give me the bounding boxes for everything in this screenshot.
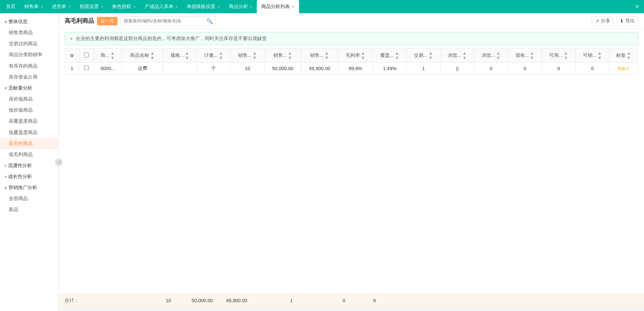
col-header-tag[interactable]: 标签▲▼ — [609, 48, 638, 63]
date-filter-button[interactable]: 近一月 — [97, 17, 118, 25]
nav-item-商品分析[interactable]: 商品分析× — [224, 0, 257, 13]
row-sales-amt: 50,000.00 — [265, 63, 301, 74]
info-text: 企业的主要的利润都是这部分商品创造的，可考虑加大推广，同时关注库存是不要出现缺货 — [76, 35, 267, 42]
col-header-code[interactable]: 商...▲▼ — [94, 48, 122, 63]
nav-item-权限设置[interactable]: 权限设置× — [75, 0, 108, 13]
col-header-browse1[interactable]: 浏览...▲▼ — [440, 48, 474, 63]
share-button[interactable]: ↗ 分享 — [592, 16, 614, 26]
footer-sales-net: 49,900.00 — [226, 298, 247, 303]
search-box[interactable]: 🔍 — [120, 17, 216, 25]
col-header-unit[interactable]: 计量...▲▼ — [197, 48, 231, 63]
sort-icon: ▲▼ — [324, 51, 329, 60]
sidebar-item-交易过的商品[interactable]: 交易过的商品 — [0, 38, 58, 49]
row-code: 0000... — [94, 63, 122, 74]
row-current-stock: 0 — [508, 63, 542, 74]
sort-icon: ▲▼ — [530, 51, 535, 60]
row-transaction: 1 — [407, 63, 440, 74]
content-header: 高毛利商品 近一月 🔍 ↗ 分享 ⬇ 导出 — [59, 13, 644, 29]
nav-item-单据模板设置[interactable]: 单据模板设置× — [182, 0, 224, 13]
footer-label: 合计： — [65, 297, 79, 304]
col-header-sales_net[interactable]: 销售...▲▼ — [301, 48, 338, 63]
col-header-gross_rate[interactable]: 毛利率▲▼ — [338, 48, 373, 63]
nav-item-商品分析列表[interactable]: 商品分析列表× — [257, 0, 299, 13]
col-header-browse2[interactable]: 浏览...▲▼ — [474, 48, 508, 63]
col-header-name[interactable]: 商品名称▲▼ — [122, 48, 163, 63]
col-header-coverage[interactable]: 覆盖...▲▼ — [373, 48, 407, 63]
sidebar-group-0[interactable]: ∨ 整体信息 — [0, 16, 58, 27]
top-navigation: 首页销售单×进货单×权限设置×角色授权×产成品入库单×单据模板设置×商品分析×商… — [0, 0, 644, 13]
sidebar-item-商品分类助销率[interactable]: 商品分类助销率 — [0, 49, 58, 60]
export-button[interactable]: ⬇ 导出 — [616, 16, 638, 26]
col-header-spec[interactable]: 规格...▲▼ — [163, 48, 197, 63]
row-no: 1 — [65, 63, 79, 74]
sidebar-item-高毛利商品[interactable]: 高毛利商品 — [0, 138, 58, 149]
sidebar-group-2[interactable]: > 流通性分析 — [0, 160, 58, 171]
footer-sales-amt: 50,000.00 — [191, 298, 213, 303]
tab-close-icon[interactable]: × — [101, 4, 103, 9]
tag-badge: 高收入 — [618, 66, 630, 70]
tab-close-icon[interactable]: × — [217, 4, 220, 9]
search-icon: 🔍 — [206, 18, 213, 24]
sidebar-item-高价值商品[interactable]: 高价值商品 — [0, 94, 58, 105]
tab-close-icon[interactable]: × — [250, 4, 252, 9]
info-banner: ✦ 企业的主要的利润都是这部分商品创造的，可考虑加大推广，同时关注库存是不要出现… — [65, 32, 638, 45]
sort-icon: ▲▼ — [395, 51, 399, 60]
col-header-current_stock[interactable]: 现有...▲▼ — [508, 48, 542, 63]
col-header-sales_qty[interactable]: 销售...▲▼ — [231, 48, 265, 63]
col-header-saleable[interactable]: 可销...▲▼ — [576, 48, 609, 63]
row-saleable: 0 — [576, 63, 609, 74]
sidebar-item-销售类商品[interactable]: 销售类商品 — [0, 27, 58, 38]
browse-link[interactable]: 0 — [456, 66, 458, 71]
close-all-tabs[interactable]: × — [632, 3, 643, 10]
page-title: 高毛利商品 — [65, 17, 94, 25]
data-table: ⚙商...▲▼商品名称▲▼规格...▲▼计量...▲▼销售...▲▼销售...▲… — [65, 48, 638, 74]
row-unit: 个 — [197, 63, 231, 74]
select-all-checkbox[interactable] — [84, 53, 89, 57]
col-header-sales_amt[interactable]: 销售...▲▼ — [265, 48, 301, 63]
info-icon: ✦ — [69, 36, 73, 41]
col-header-checkbox[interactable] — [79, 48, 94, 63]
sort-icon: ▲▼ — [219, 51, 223, 60]
col-header-transaction[interactable]: 交易...▲▼ — [407, 48, 440, 63]
sidebar-item-低覆盖度商品[interactable]: 低覆盖度商品 — [0, 127, 58, 138]
arrow-icon: > — [4, 175, 7, 179]
table-row: 10000...运费个1050,000.0049,900.0099.8%1.49… — [65, 63, 638, 74]
sidebar-item-低价值商品[interactable]: 低价值商品 — [0, 105, 58, 116]
tab-close-icon[interactable]: × — [292, 4, 294, 9]
row-tag: 高收入 — [609, 63, 638, 74]
row-select-checkbox[interactable] — [84, 65, 89, 70]
sidebar-group-4[interactable]: ∨ 营销推广分析 — [0, 182, 58, 193]
row-coverage: 1.49% — [373, 63, 407, 74]
row-available: 0 — [542, 63, 576, 74]
sidebar-item-高覆盖度商品[interactable]: 高覆盖度商品 — [0, 116, 58, 127]
sidebar-item-全部商品[interactable]: 全部商品 — [0, 193, 58, 204]
nav-item-产成品入库单[interactable]: 产成品入库单× — [140, 0, 182, 13]
sidebar-item-有库存的商品[interactable]: 有库存的商品 — [0, 61, 58, 72]
data-table-container: ⚙商...▲▼商品名称▲▼规格...▲▼计量...▲▼销售...▲▼销售...▲… — [59, 48, 644, 294]
search-input[interactable] — [124, 18, 206, 23]
nav-item-首页[interactable]: 首页 — [1, 0, 20, 13]
nav-item-角色授权[interactable]: 角色授权× — [108, 0, 140, 13]
footer-sales-qty: 10 — [166, 298, 171, 303]
sidebar-group-1[interactable]: ∨ 贡献量分析 — [0, 83, 58, 94]
horizontal-scrollbar[interactable] — [59, 307, 644, 311]
sidebar-collapse-button[interactable]: 《 — [55, 159, 62, 166]
footer-current-stock: 0 — [342, 298, 345, 303]
sidebar-item-低毛利商品[interactable]: 低毛利商品 — [0, 149, 58, 160]
arrow-icon: ∨ — [4, 186, 7, 190]
sidebar-item-库存资金占用[interactable]: 库存资金占用 — [0, 72, 58, 83]
tab-close-icon[interactable]: × — [68, 4, 71, 9]
tab-close-icon[interactable]: × — [176, 4, 178, 9]
tab-close-icon[interactable]: × — [41, 4, 43, 9]
nav-item-销售单[interactable]: 销售单× — [20, 0, 47, 13]
col-header-settings[interactable]: ⚙ — [65, 48, 79, 63]
col-header-available[interactable]: 可用...▲▼ — [542, 48, 576, 63]
sidebar-item-新品[interactable]: 新品 — [0, 204, 58, 215]
tab-close-icon[interactable]: × — [133, 4, 136, 9]
header-actions: ↗ 分享 ⬇ 导出 — [592, 16, 638, 26]
nav-item-进货单[interactable]: 进货单× — [47, 0, 75, 13]
sidebar: ∨ 整体信息销售类商品交易过的商品商品分类助销率有库存的商品库存资金占用∨ 贡献… — [0, 13, 59, 311]
content-area: 高毛利商品 近一月 🔍 ↗ 分享 ⬇ 导出 ✦ 企业的主要的利润都是这部分商品创… — [59, 13, 644, 311]
sort-icon: ▲▼ — [597, 51, 602, 60]
sidebar-group-3[interactable]: > 成长性分析 — [0, 171, 58, 182]
